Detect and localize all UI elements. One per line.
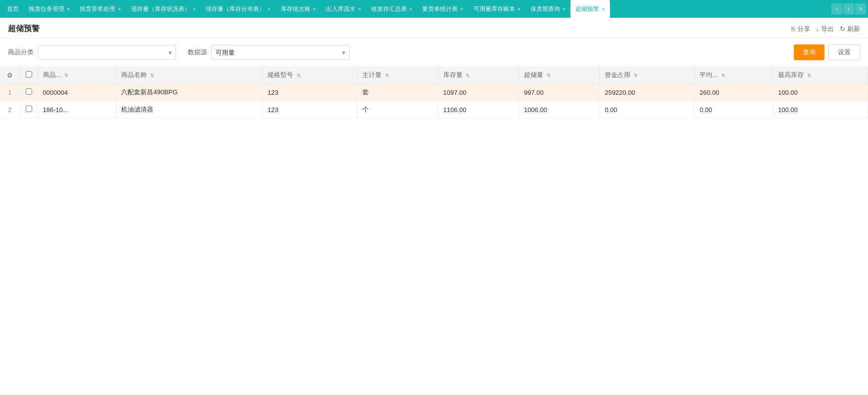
over-stock-cell: 997.00 (519, 84, 599, 101)
column-product-name[interactable]: 商品名称 ⇅ (116, 67, 262, 84)
nav-close-all-button[interactable]: × (855, 3, 866, 14)
avg-sort-icon: ⇅ (721, 73, 725, 78)
over-stock-header: 超储量 (524, 71, 543, 79)
max-stock-sort-icon: ⇅ (807, 73, 811, 78)
export-button[interactable]: ↓ 导出 (816, 25, 834, 34)
tab-picking-task-label: 拣货任务管理 (29, 5, 64, 13)
column-stock[interactable]: 库存量 ⇅ (438, 67, 519, 84)
max-stock-cell: 100.00 (773, 84, 868, 101)
column-max-stock[interactable]: 最高库存 ⇅ (773, 67, 868, 84)
stock-cell: 1106.00 (438, 101, 519, 118)
column-product-code[interactable]: 商品... ⇅ (38, 67, 116, 84)
row-num-cell: 2 (0, 101, 20, 118)
capital-header: 资金占用 (605, 71, 630, 79)
tab-inout-flow[interactable]: 出入库流水 × (321, 0, 366, 18)
stock-sort-icon: ⇅ (466, 73, 470, 78)
tab-expiry[interactable]: 保质期查询 × (525, 0, 570, 18)
query-button[interactable]: 查询 (794, 44, 825, 60)
tab-inout-flow-close[interactable]: × (358, 6, 361, 12)
settings-button[interactable]: 设置 (828, 44, 860, 60)
datasource-select-wrapper: 可用量 库存量 ▾ (211, 45, 349, 60)
tab-available-stock-close[interactable]: × (518, 6, 521, 12)
refresh-button[interactable]: ↻ 刷新 (840, 25, 860, 34)
table-row[interactable]: 1 0000004 六配套新昌490BPG 123 套 1097.00 997.… (0, 84, 868, 101)
unit-sort-icon: ⇅ (385, 73, 389, 78)
header-actions: ⎘ 分享 ↓ 导出 ↻ 刷新 (791, 25, 861, 34)
column-spec[interactable]: 规格型号 ⇅ (262, 67, 357, 84)
tab-overstock[interactable]: 超储预警 × (570, 0, 609, 18)
tab-available-stock-label: 可用量库存账本 (474, 5, 515, 13)
row-num-cell: 1 (0, 84, 20, 101)
tab-order-stats[interactable]: 要货单统计表 × (417, 0, 468, 18)
product-code-cell: 0000004 (38, 84, 116, 101)
filter-area: 商品分类 ▾ 数据源 可用量 库存量 ▾ 查询 设置 (0, 39, 868, 67)
capital-cell: 259220.00 (600, 84, 694, 101)
capital-cell: 0.00 (600, 101, 694, 118)
tab-picking-exception-close[interactable]: × (118, 6, 121, 12)
nav-prev-button[interactable]: ‹ (831, 3, 842, 14)
row-checkbox-0[interactable] (26, 88, 32, 95)
tab-expiry-label: 保质期查询 (530, 5, 560, 13)
filter-buttons: 查询 设置 (794, 44, 860, 60)
over-stock-sort-icon: ⇅ (547, 73, 551, 78)
max-stock-header: 最高库存 (778, 71, 804, 79)
tab-stock-batch[interactable]: 库存批次账 × (276, 0, 321, 18)
row-checkbox-cell[interactable] (20, 101, 38, 118)
tab-summary[interactable]: 收发存汇总表 × (366, 0, 417, 18)
column-settings[interactable]: ⚙ (0, 67, 20, 84)
tab-summary-close[interactable]: × (409, 6, 412, 12)
filter-datasource: 数据源 可用量 库存量 ▾ (188, 45, 349, 60)
nav-next-button[interactable]: › (843, 3, 854, 14)
share-button[interactable]: ⎘ 分享 (791, 25, 810, 34)
gear-icon: ⚙ (7, 72, 13, 79)
tab-stock-batch-label: 库存批次账 (281, 5, 310, 13)
row-checkbox-cell[interactable] (20, 84, 38, 101)
tab-stock-dist-label: 现存量（库存分布表） (206, 5, 265, 13)
unit-cell: 套 (357, 84, 438, 101)
datasource-label: 数据源 (188, 48, 207, 57)
select-all-checkbox[interactable] (26, 71, 32, 78)
product-name-cell: 六配套新昌490BPG (116, 84, 262, 101)
category-label: 商品分类 (8, 48, 34, 57)
tab-picking-exception[interactable]: 拣货异常处理 × (75, 0, 126, 18)
tab-overstock-label: 超储预警 (575, 5, 599, 13)
tab-expiry-close[interactable]: × (563, 6, 565, 12)
table-header-row: ⚙ 商品... ⇅ 商品名称 ⇅ 规格型号 ⇅ 主计量 (0, 67, 868, 84)
category-select-wrapper: ▾ (38, 45, 176, 60)
over-stock-cell: 1006.00 (519, 101, 599, 118)
tab-available-stock[interactable]: 可用量库存账本 × (469, 0, 525, 18)
product-name-header: 商品名称 (121, 71, 147, 79)
tab-order-stats-close[interactable]: × (460, 6, 463, 12)
tab-stock-dist-close[interactable]: × (267, 6, 270, 12)
product-code-header: 商品... (43, 71, 61, 79)
tab-stock-status-label: 现存量（库存状况表） (131, 5, 190, 13)
row-checkbox-1[interactable] (26, 106, 32, 112)
tab-picking-exception-label: 拣货异常处理 (80, 5, 115, 13)
tab-home-label: 首页 (7, 5, 19, 13)
share-label: 分享 (797, 25, 810, 34)
tab-stock-status[interactable]: 现存量（库存状况表） × (126, 0, 201, 18)
tab-order-stats-label: 要货单统计表 (422, 5, 458, 13)
tab-overstock-close[interactable]: × (602, 6, 605, 12)
tab-picking-task[interactable]: 拣货任务管理 × (24, 0, 75, 18)
avg-header: 平均... (699, 71, 718, 79)
datasource-select[interactable]: 可用量 库存量 (211, 45, 349, 60)
spec-sort-icon: ⇅ (297, 73, 301, 78)
tab-stock-dist[interactable]: 现存量（库存分布表） × (201, 0, 275, 18)
column-unit[interactable]: 主计量 ⇅ (357, 67, 438, 84)
spec-cell: 123 (262, 101, 357, 118)
tab-home[interactable]: 首页 (2, 0, 24, 18)
column-capital[interactable]: 资金占用 ⇅ (600, 67, 694, 84)
page-header: 超储预警 ⎘ 分享 ↓ 导出 ↻ 刷新 (0, 18, 868, 39)
column-avg[interactable]: 平均... ⇅ (694, 67, 773, 84)
column-select-all[interactable] (20, 67, 38, 84)
tab-stock-batch-close[interactable]: × (313, 6, 316, 12)
capital-sort-icon: ⇅ (634, 73, 638, 78)
table-row[interactable]: 2 186-10... 机油滤清器 123 个 1106.00 1006.00 … (0, 101, 868, 118)
spec-header: 规格型号 (267, 71, 293, 79)
category-select[interactable] (38, 45, 176, 60)
column-over-stock[interactable]: 超储量 ⇅ (519, 67, 599, 84)
tab-picking-task-close[interactable]: × (67, 6, 70, 12)
tab-stock-status-close[interactable]: × (193, 6, 196, 12)
avg-cell: 0.00 (694, 101, 773, 118)
